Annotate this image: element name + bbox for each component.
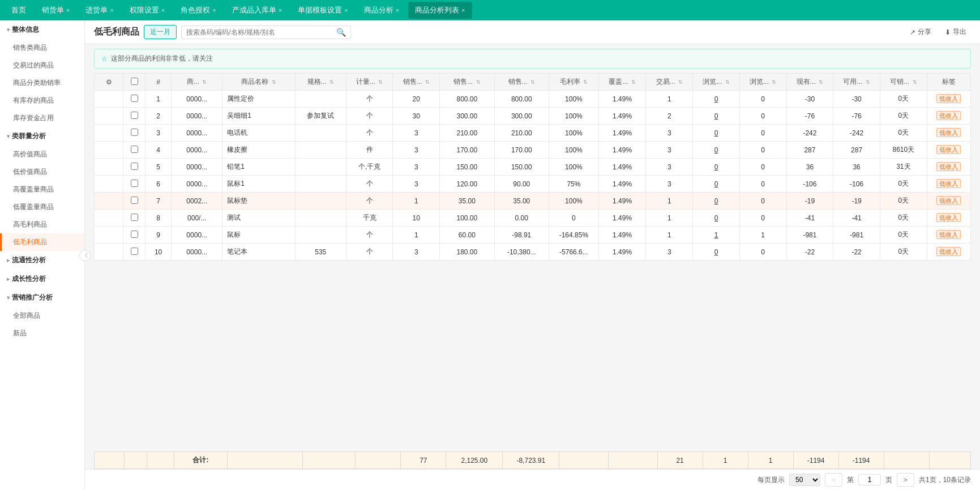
nav-templates[interactable]: 单据模板设置 ×: [291, 2, 354, 19]
row-checkbox-6[interactable]: [131, 197, 138, 204]
row-checkbox-0[interactable]: [131, 95, 138, 102]
sidebar-item-high-value[interactable]: 高价值商品: [0, 146, 84, 163]
row-checkbox-3[interactable]: [131, 146, 138, 153]
row-browse1-8[interactable]: 1: [693, 227, 740, 244]
next-page-button[interactable]: ＞: [897, 473, 914, 487]
row-check-6[interactable]: [123, 193, 145, 210]
row-check-7[interactable]: [123, 210, 145, 227]
row-margin-5: 1.49%: [598, 176, 646, 193]
row-check-0[interactable]: [123, 91, 145, 108]
row-check-2[interactable]: [123, 125, 145, 142]
share-button[interactable]: ↗ 分享: [905, 25, 936, 39]
th-unit[interactable]: 计量... ⇅: [346, 74, 393, 91]
row-unit-8: 个: [346, 227, 393, 244]
sidebar-item-traded-products[interactable]: 交易过的商品: [0, 57, 84, 74]
nav-purchase[interactable]: 进货单 ×: [79, 2, 120, 19]
th-spec[interactable]: 规格... ⇅: [295, 74, 346, 91]
nav-close-products[interactable]: ×: [279, 7, 282, 14]
th-sale-days[interactable]: 可销... ⇅: [880, 74, 927, 91]
row-check-9[interactable]: [123, 244, 145, 261]
row-browse1-6[interactable]: 0: [693, 193, 740, 210]
sidebar-item-low-margin[interactable]: 低毛利商品: [0, 233, 84, 251]
sidebar-item-sales-products[interactable]: 销售类商品: [0, 39, 84, 57]
nav-roles[interactable]: 角色授权 ×: [174, 2, 222, 19]
nav-close-analysis-list[interactable]: ×: [461, 7, 465, 14]
sidebar-group-marketing[interactable]: ▾ 营销推广分析: [0, 288, 84, 307]
nav-products[interactable]: 产成品入库单 ×: [225, 2, 289, 19]
th-avail[interactable]: 可用... ⇅: [833, 74, 880, 91]
row-browse1-0[interactable]: 0: [693, 91, 740, 108]
sidebar-item-new-products[interactable]: 新品: [0, 325, 84, 342]
row-no-3: 4: [145, 142, 171, 159]
row-checkbox-4[interactable]: [131, 163, 138, 170]
th-sale-price[interactable]: 销售... ⇅: [440, 74, 494, 91]
row-check-4[interactable]: [123, 159, 145, 176]
sidebar-group-circulation[interactable]: ▸ 流通性分析: [0, 251, 84, 270]
row-checkbox-9[interactable]: [131, 248, 138, 255]
row-trade-6: 1: [646, 193, 693, 210]
page-size-select[interactable]: 50 100: [789, 474, 820, 486]
row-checkbox-2[interactable]: [131, 129, 138, 136]
sidebar-group-growth[interactable]: ▸ 成长性分析: [0, 270, 84, 288]
th-settings[interactable]: ⚙: [95, 74, 123, 91]
row-check-1[interactable]: [123, 108, 145, 125]
row-browse1-4[interactable]: 0: [693, 159, 740, 176]
nav-close-sales[interactable]: ×: [66, 7, 70, 14]
prev-page-button[interactable]: ＜: [825, 473, 842, 487]
row-browse1-7[interactable]: 0: [693, 210, 740, 227]
sidebar-collapse-button[interactable]: 《: [79, 250, 91, 261]
sidebar-item-inventory-capital[interactable]: 库存资金占用: [0, 109, 84, 127]
sidebar-group-overall[interactable]: ▾ 整体信息: [0, 20, 84, 39]
nav-close-permissions[interactable]: ×: [161, 7, 165, 14]
row-check-8[interactable]: [123, 227, 145, 244]
row-checkbox-1[interactable]: [131, 112, 138, 119]
date-filter-button[interactable]: 近一月: [144, 25, 177, 39]
row-browse1-1[interactable]: 0: [693, 108, 740, 125]
sidebar-item-high-coverage[interactable]: 高覆盖量商品: [0, 181, 84, 198]
table-container[interactable]: ⚙ # 商... ⇅ 商品名称 ⇅ 规格... ⇅: [85, 73, 980, 451]
search-icon[interactable]: 🔍: [336, 28, 346, 37]
nav-close-roles[interactable]: ×: [212, 7, 216, 14]
nav-analysis[interactable]: 商品分析 ×: [357, 2, 406, 19]
th-name[interactable]: 商品名称 ⇅: [222, 74, 296, 91]
nav-sales[interactable]: 销货单 ×: [35, 2, 76, 19]
nav-close-purchase[interactable]: ×: [110, 7, 113, 14]
th-gross-rate[interactable]: 毛利率 ⇅: [549, 74, 598, 91]
row-check-5[interactable]: [123, 176, 145, 193]
row-browse1-2[interactable]: 0: [693, 125, 740, 142]
row-check-3[interactable]: [123, 142, 145, 159]
sidebar-item-all-products[interactable]: 全部商品: [0, 307, 84, 325]
th-stock[interactable]: 现有... ⇅: [786, 74, 833, 91]
th-browse2[interactable]: 浏览... ⇅: [739, 74, 786, 91]
data-table: ⚙ # 商... ⇅ 商品名称 ⇅ 规格... ⇅: [94, 73, 971, 261]
th-sale-amount[interactable]: 销售... ⇅: [494, 74, 549, 91]
nav-analysis-list[interactable]: 商品分析列表 ×: [408, 2, 472, 19]
export-button[interactable]: ⬇ 导出: [940, 25, 971, 39]
row-checkbox-7[interactable]: [131, 214, 138, 221]
row-browse1-5[interactable]: 0: [693, 176, 740, 193]
sidebar-group-cluster[interactable]: ▾ 类群量分析: [0, 127, 84, 146]
row-checkbox-8[interactable]: [131, 231, 138, 238]
th-sale-qty[interactable]: 销售... ⇅: [393, 74, 440, 91]
page-number-input[interactable]: [858, 474, 881, 485]
row-browse1-9[interactable]: 0: [693, 244, 740, 261]
th-code[interactable]: 商... ⇅: [172, 74, 222, 91]
row-settings-9: [95, 244, 123, 261]
nav-close-analysis[interactable]: ×: [396, 7, 399, 14]
select-all-checkbox[interactable]: [131, 78, 138, 85]
search-input[interactable]: [186, 28, 336, 36]
th-trade-count[interactable]: 交易... ⇅: [646, 74, 693, 91]
row-checkbox-5[interactable]: [131, 180, 138, 187]
nav-permissions[interactable]: 权限设置 ×: [123, 2, 172, 19]
sidebar-item-stocked-products[interactable]: 有库存的商品: [0, 92, 84, 109]
sidebar-item-category-rate[interactable]: 商品分类助销率: [0, 74, 84, 92]
th-check[interactable]: [123, 74, 145, 91]
th-margin-rate[interactable]: 覆盖... ⇅: [598, 74, 646, 91]
nav-close-templates[interactable]: ×: [344, 7, 348, 14]
row-browse1-3[interactable]: 0: [693, 142, 740, 159]
sidebar-item-low-value[interactable]: 低价值商品: [0, 163, 84, 181]
sidebar-item-low-coverage[interactable]: 低覆盖量商品: [0, 198, 84, 216]
th-browse1[interactable]: 浏览... ⇅: [693, 74, 740, 91]
sidebar-item-high-margin[interactable]: 高毛利商品: [0, 216, 84, 233]
nav-home[interactable]: 首页: [5, 2, 33, 19]
